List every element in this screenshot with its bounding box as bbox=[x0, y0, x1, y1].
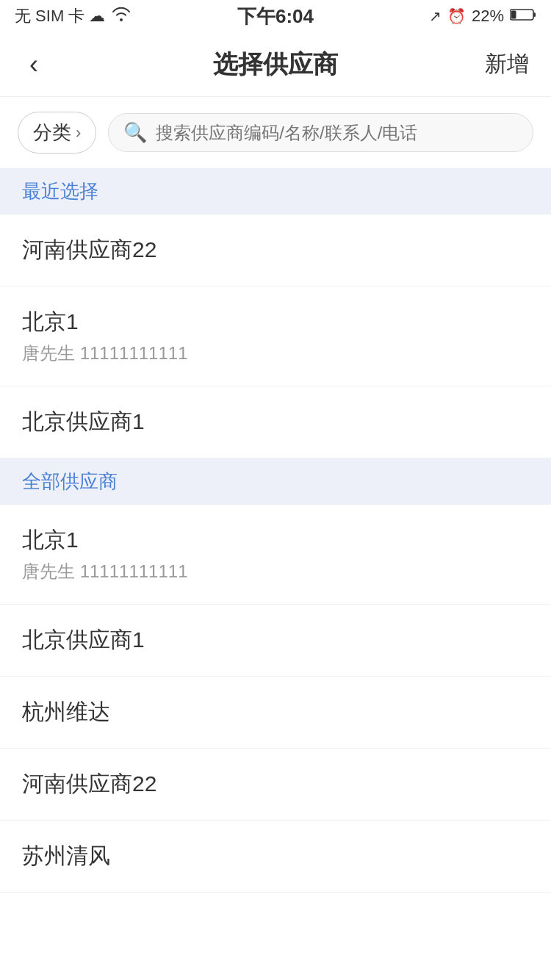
wifi-icon bbox=[111, 7, 132, 26]
item-name: 北京供应商1 bbox=[22, 407, 529, 437]
battery-label: 22% bbox=[472, 7, 504, 26]
all-section-label: 全部供应商 bbox=[22, 470, 118, 492]
list-item[interactable]: 河南供应商22 bbox=[0, 749, 551, 821]
list-item[interactable]: 北京供应商1 bbox=[0, 386, 551, 458]
list-item[interactable]: 河南供应商22 bbox=[0, 215, 551, 287]
all-list: 北京1唐先生 11111111111北京供应商1杭州维达河南供应商22苏州清风 bbox=[0, 505, 551, 893]
item-name: 北京1 bbox=[22, 525, 529, 555]
list-item[interactable]: 苏州清风 bbox=[0, 821, 551, 893]
status-bar: 无 SIM 卡 ☁ 下午6:04 ↗ ⏰ 22% bbox=[0, 0, 551, 32]
list-item[interactable]: 北京1唐先生 11111111111 bbox=[0, 287, 551, 386]
category-filter[interactable]: 分类 › bbox=[18, 112, 96, 154]
item-name: 杭州维达 bbox=[22, 697, 529, 727]
item-name: 河南供应商22 bbox=[22, 235, 529, 265]
page-title: 选择供应商 bbox=[213, 48, 338, 82]
item-sub: 唐先生 11111111111 bbox=[22, 560, 529, 583]
filter-bar: 分类 › 🔍 bbox=[0, 97, 551, 168]
svg-rect-1 bbox=[533, 12, 536, 17]
item-name: 北京1 bbox=[22, 307, 529, 337]
recent-section-label: 最近选择 bbox=[22, 180, 98, 202]
list-item[interactable]: 北京供应商1 bbox=[0, 605, 551, 677]
status-time: 下午6:04 bbox=[237, 4, 314, 29]
item-name: 苏州清风 bbox=[22, 841, 529, 871]
location-icon: ↗ bbox=[429, 7, 442, 25]
search-input[interactable] bbox=[156, 123, 518, 143]
chevron-right-icon: › bbox=[76, 123, 81, 143]
all-section-header: 全部供应商 bbox=[0, 458, 551, 505]
add-button[interactable]: 新增 bbox=[485, 49, 529, 79]
item-sub: 唐先生 11111111111 bbox=[22, 342, 529, 365]
svg-rect-2 bbox=[511, 11, 516, 19]
sim-label: 无 SIM 卡 ☁ bbox=[15, 5, 105, 27]
category-label: 分类 bbox=[33, 120, 71, 145]
nav-bar: ‹ 选择供应商 新增 bbox=[0, 32, 551, 97]
battery-icon bbox=[510, 7, 536, 26]
list-item[interactable]: 杭州维达 bbox=[0, 677, 551, 749]
recent-section-header: 最近选择 bbox=[0, 168, 551, 215]
search-box[interactable]: 🔍 bbox=[108, 113, 533, 152]
status-right: ↗ ⏰ 22% bbox=[429, 7, 536, 26]
item-name: 河南供应商22 bbox=[22, 769, 529, 799]
status-left: 无 SIM 卡 ☁ bbox=[15, 5, 132, 27]
alarm-icon: ⏰ bbox=[447, 7, 466, 25]
list-item[interactable]: 北京1唐先生 11111111111 bbox=[0, 505, 551, 605]
item-name: 北京供应商1 bbox=[22, 625, 529, 655]
search-icon: 🔍 bbox=[123, 121, 147, 144]
back-button[interactable]: ‹ bbox=[22, 42, 46, 87]
recent-list: 河南供应商22北京1唐先生 11111111111北京供应商1 bbox=[0, 215, 551, 458]
